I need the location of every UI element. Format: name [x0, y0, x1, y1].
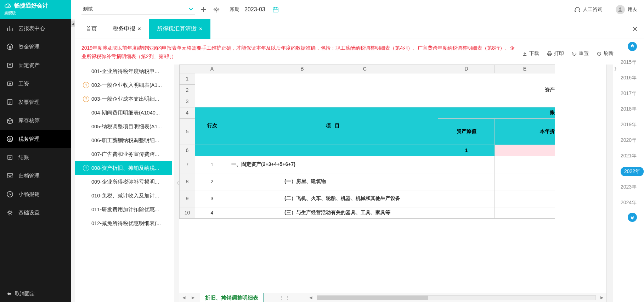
- header-bennian[interactable]: 本年折: [495, 118, 555, 145]
- year-item[interactable]: 2020年: [621, 133, 644, 148]
- user-menu[interactable]: 用友: [616, 5, 638, 14]
- hscroll-track[interactable]: [317, 295, 596, 300]
- row-header[interactable]: 7: [180, 156, 195, 173]
- sidebar-item-label: 云报表中心: [18, 25, 45, 32]
- year-item[interactable]: 2018年: [621, 101, 644, 117]
- row-header[interactable]: 10: [180, 207, 195, 218]
- row-header[interactable]: 9: [180, 190, 195, 207]
- header-zichan[interactable]: 资产原值: [438, 118, 495, 145]
- report-item[interactable]: 005-纳税调整项目明细表(A1...: [75, 120, 172, 134]
- row-header[interactable]: 6: [180, 145, 195, 156]
- year-item[interactable]: 2022年: [621, 167, 644, 176]
- cell[interactable]: (一）房屋、建筑物: [282, 173, 438, 190]
- sidebar-item-archive[interactable]: 归档管理: [0, 167, 71, 185]
- sheet-tab-resize[interactable]: ⋮⋮: [264, 295, 306, 301]
- sheet-scroll[interactable]: A B C D E 1 资产: [179, 65, 606, 293]
- sheet-table: A B C D E 1 资产: [179, 65, 555, 219]
- cell[interactable]: 3: [195, 190, 229, 207]
- close-all-tabs-button[interactable]: ✕: [629, 23, 640, 35]
- cell[interactable]: (三）与生产经营活动有关的器具、工具、家具等: [282, 207, 438, 218]
- tab[interactable]: 所得税汇算清缴✕: [149, 19, 210, 39]
- row-header[interactable]: 1: [180, 73, 195, 84]
- sidebar-item-inventory[interactable]: 库存核算: [0, 111, 71, 130]
- report-item[interactable]: 004-期间费用明细表(A1040...: [75, 106, 172, 120]
- sheet-tab[interactable]: 折旧、摊销调整明细表: [200, 293, 264, 302]
- sidebar-item-money[interactable]: 资金管理: [0, 38, 71, 56]
- cell[interactable]: 1: [195, 156, 229, 173]
- refresh-button[interactable]: 刷新: [597, 50, 614, 57]
- vscroll[interactable]: [606, 65, 613, 302]
- report-item[interactable]: 003-一般企业成本支出明细...: [75, 92, 172, 106]
- row-header[interactable]: 4: [180, 107, 195, 118]
- hscroll-right[interactable]: ▶: [597, 293, 606, 302]
- year-panel-toggle[interactable]: 》: [613, 65, 620, 302]
- sheet-title[interactable]: 资产: [195, 73, 555, 107]
- company-selector[interactable]: 测试: [81, 4, 195, 15]
- row-header[interactable]: 3: [180, 96, 195, 107]
- add-button[interactable]: [200, 6, 208, 13]
- unpin-label: 取消固定: [15, 291, 35, 297]
- year-down-button[interactable]: [628, 213, 637, 222]
- sidebar-item-chart[interactable]: 云报表中心: [0, 19, 71, 38]
- header-zhang[interactable]: 账: [438, 107, 555, 118]
- sidebar-item-tax[interactable]: 税税务管理: [0, 130, 71, 148]
- row-header[interactable]: 8: [180, 173, 195, 190]
- report-item[interactable]: 007-广告费和业务宣传费跨...: [75, 147, 172, 161]
- year-item[interactable]: 2024年: [621, 195, 644, 211]
- hscroll-left[interactable]: ◀: [306, 293, 315, 302]
- year-item[interactable]: 2019年: [621, 117, 644, 133]
- report-list-toggle[interactable]: 《: [174, 65, 179, 302]
- unpin-button[interactable]: 取消固定: [0, 286, 71, 302]
- report-item[interactable]: 002-一般企业收入明细表(A1...: [75, 78, 172, 92]
- print-button[interactable]: 打印: [547, 50, 564, 57]
- sidebar-item-close[interactable]: 结账: [0, 148, 71, 167]
- sidebar-collapse-toggle[interactable]: ◀: [71, 21, 75, 27]
- year-item[interactable]: 2023年: [621, 179, 644, 195]
- col-header-b[interactable]: B C: [229, 65, 438, 73]
- cell[interactable]: (二）飞机、火车、轮船、机器、机械和其他生产设备: [282, 190, 438, 207]
- download-button[interactable]: 下载: [522, 50, 539, 57]
- tab-close-icon[interactable]: ✕: [199, 26, 203, 32]
- year-item[interactable]: 2017年: [621, 86, 644, 101]
- col-num-1[interactable]: 1: [438, 145, 495, 156]
- cell[interactable]: 一、固定资产(2+3+4+5+6+7): [229, 156, 438, 173]
- row-header[interactable]: 2: [180, 84, 195, 96]
- report-item[interactable]: 009-企业所得税弥补亏损明...: [75, 175, 172, 189]
- cell[interactable]: 4: [195, 207, 229, 218]
- consult-button[interactable]: 人工咨询: [574, 6, 603, 13]
- reset-button[interactable]: 重置: [572, 50, 589, 57]
- sheet-tab-prev[interactable]: ◀: [179, 293, 188, 302]
- report-item[interactable]: 008-资产折旧、摊销及纳税...: [75, 161, 172, 175]
- settings-button[interactable]: [213, 6, 220, 13]
- year-up-button[interactable]: [628, 42, 637, 51]
- sheet-tab-next[interactable]: ▶: [188, 293, 198, 302]
- corner-cell[interactable]: [180, 65, 195, 73]
- col-header-d[interactable]: D: [438, 65, 495, 73]
- year-item[interactable]: 2015年: [621, 55, 644, 70]
- report-item[interactable]: 001-企业所得税年度纳税申...: [75, 65, 172, 78]
- cell[interactable]: 2: [195, 173, 229, 190]
- sidebar-item-expense[interactable]: 小畅报销: [0, 185, 71, 203]
- period-value[interactable]: 2023-03: [244, 6, 265, 13]
- year-item[interactable]: 2021年: [621, 148, 644, 164]
- col-header-e[interactable]: E: [495, 65, 555, 73]
- sidebar-item-asset[interactable]: 固定资产: [0, 56, 71, 74]
- row-header[interactable]: 5: [180, 118, 195, 145]
- tab-close-icon[interactable]: ✕: [137, 26, 141, 32]
- header-xiangmu[interactable]: 项 目: [229, 107, 438, 145]
- calendar-icon[interactable]: [272, 6, 279, 13]
- tab[interactable]: 首页: [78, 19, 105, 39]
- header-hangci[interactable]: 行次: [195, 107, 229, 145]
- sidebar-item-salary[interactable]: 工资: [0, 74, 71, 93]
- report-item[interactable]: 011-研发费用加计扣除优惠...: [75, 203, 172, 217]
- sidebar-item-settings[interactable]: 基础设置: [0, 203, 71, 222]
- report-item[interactable]: 010-免税、减计收入及加计...: [75, 189, 172, 203]
- tab-label: 首页: [86, 25, 97, 33]
- year-item[interactable]: 2016年: [621, 70, 644, 86]
- col-header-a[interactable]: A: [195, 65, 229, 73]
- report-item[interactable]: 006-职工薪酬纳税调整明细...: [75, 134, 172, 147]
- sidebar-item-invoice[interactable]: 发票管理: [0, 93, 71, 111]
- tab[interactable]: 税务申报✕: [105, 19, 149, 39]
- hscroll-thumb[interactable]: [317, 296, 428, 300]
- report-item[interactable]: 012-减免所得税优惠明细表(...: [75, 217, 172, 230]
